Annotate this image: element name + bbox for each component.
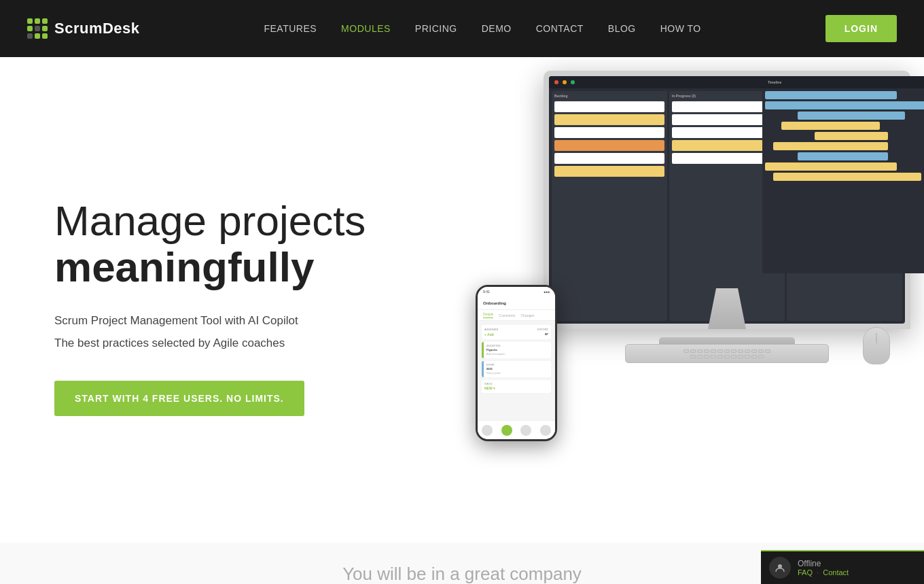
gantt-bar: [798, 152, 888, 160]
key: [717, 349, 723, 353]
login-button[interactable]: LOGIN: [825, 15, 897, 42]
gantt-bar: [815, 132, 889, 140]
hero-title: Manage projects meaningfully: [54, 198, 366, 290]
phone-task-card: EFFORT 2021 Story points: [482, 361, 551, 377]
hero-content: Manage projects meaningfully Scrum Proje…: [54, 198, 366, 416]
key: [745, 355, 750, 358]
gantt-rows: [762, 88, 924, 184]
key: [738, 349, 743, 353]
logo-dot: [27, 18, 33, 24]
key: [724, 349, 730, 353]
phone-app-header: Onboarding: [478, 296, 555, 310]
key: [758, 349, 764, 353]
chat-links: FAQ · Contact: [798, 568, 916, 577]
hero-subtitle-1: Scrum Project Management Tool with AI Co…: [54, 311, 366, 330]
key: [717, 355, 723, 358]
key: [738, 355, 743, 358]
chat-info: Offline FAQ · Contact: [798, 559, 916, 577]
key: [731, 349, 736, 353]
logo-dot: [27, 26, 33, 31]
svg-point-0: [778, 564, 782, 568]
chat-avatar-icon: [769, 557, 791, 579]
nav-features[interactable]: FEATURES: [264, 23, 317, 34]
nav-contact[interactable]: CONTACT: [536, 23, 584, 34]
nav-modules[interactable]: MODULES: [341, 23, 391, 34]
key: [711, 349, 716, 353]
board-card: [554, 114, 664, 125]
phone-detail-row: ASSIGNEEEFFORT + AddSP: [482, 325, 551, 339]
window-dot-green: [571, 80, 575, 84]
logo-dot: [27, 33, 33, 39]
keyboard-mockup: [625, 344, 829, 363]
hero-section: Manage projects meaningfully Scrum Proje…: [0, 57, 924, 543]
gantt-bar: [773, 173, 921, 181]
gantt-bar: [781, 122, 880, 130]
window-dot-yellow: [563, 80, 567, 84]
gantt-header: Timeline: [762, 76, 924, 88]
phone-status-item: STATUS NEW ▾: [482, 380, 551, 393]
main-nav: FEATURES MODULES PRICING DEMO CONTACT BL…: [264, 23, 700, 34]
key: [697, 349, 703, 353]
phone-status-bar: 9:41 ●●●: [478, 287, 555, 296]
logo-dot: [42, 26, 48, 31]
key: [704, 349, 709, 353]
gantt-panel: Timeline: [762, 76, 924, 273]
hero-title-bold: meaningfully: [54, 244, 366, 290]
logo-dot: [35, 33, 40, 39]
key: [765, 349, 770, 353]
chat-contact-link[interactable]: Contact: [823, 568, 849, 577]
gantt-bar: [765, 91, 897, 99]
logo-link[interactable]: ScrumDesk: [27, 18, 140, 39]
board-card: [554, 166, 664, 177]
key: [690, 349, 696, 353]
chat-widget[interactable]: Offline FAQ · Contact: [761, 550, 924, 584]
gantt-bar: [798, 111, 904, 120]
hero-cta-button[interactable]: START WITH 4 FREE USERS. NO LIMITS.: [54, 381, 304, 416]
phone-nav-profile: [540, 425, 551, 436]
key: [704, 355, 709, 358]
key: [690, 355, 696, 358]
board-card: [554, 101, 664, 112]
phone-nav-home: [482, 425, 493, 436]
nav-demo[interactable]: DEMO: [482, 23, 512, 34]
phone-content: ASSIGNEEEFFORT + AddSP DESCRIPTION Flypo…: [478, 321, 555, 420]
logo-dot: [42, 18, 48, 24]
monitor-mockup: Backlog In Progress (3): [516, 71, 924, 397]
key: [751, 349, 757, 353]
board-card: [554, 127, 664, 138]
key: [711, 355, 716, 358]
logo-dot: [42, 33, 48, 39]
chat-status: Offline: [798, 559, 916, 568]
phone-task-card: DESCRIPTION Flyports Add description: [482, 342, 551, 358]
key: [731, 355, 736, 358]
phone-tabs: Details Comments Changes: [478, 310, 555, 321]
phone-time: 9:41: [483, 290, 490, 294]
gantt-bar: [765, 162, 897, 171]
keyboard-row: [690, 355, 764, 358]
key: [758, 355, 764, 358]
board-card: [554, 153, 664, 164]
window-dot-red: [554, 80, 558, 84]
nav-blog[interactable]: BLOG: [608, 23, 636, 34]
hero-image: Backlog In Progress (3): [476, 71, 924, 465]
key: [745, 349, 750, 353]
phone-nav-bar: [478, 420, 555, 439]
chat-faq-link[interactable]: FAQ: [798, 568, 813, 577]
key: [683, 349, 689, 353]
logo-dot: [35, 18, 40, 24]
phone-nav-chat: [520, 425, 531, 436]
key: [751, 355, 757, 358]
board-col-backlog: Backlog: [552, 91, 667, 321]
hero-subtitle-2: The best practices selected by Agile coa…: [54, 334, 366, 352]
nav-howto[interactable]: HOW TO: [660, 23, 701, 34]
header: ScrumDesk FEATURES MODULES PRICING DEMO …: [0, 0, 924, 57]
gantt-bar: [773, 142, 888, 150]
keyboard-row: [683, 349, 770, 353]
logo-dot: [35, 26, 40, 31]
phone-nav-tasks: [501, 425, 512, 436]
phone-signal: ●●●: [544, 290, 550, 294]
logo-grid-icon: [27, 18, 48, 39]
nav-pricing[interactable]: PRICING: [415, 23, 457, 34]
phone-mockup: 9:41 ●●● Onboarding Details Comments Cha…: [476, 285, 557, 441]
gantt-bar: [765, 101, 924, 109]
